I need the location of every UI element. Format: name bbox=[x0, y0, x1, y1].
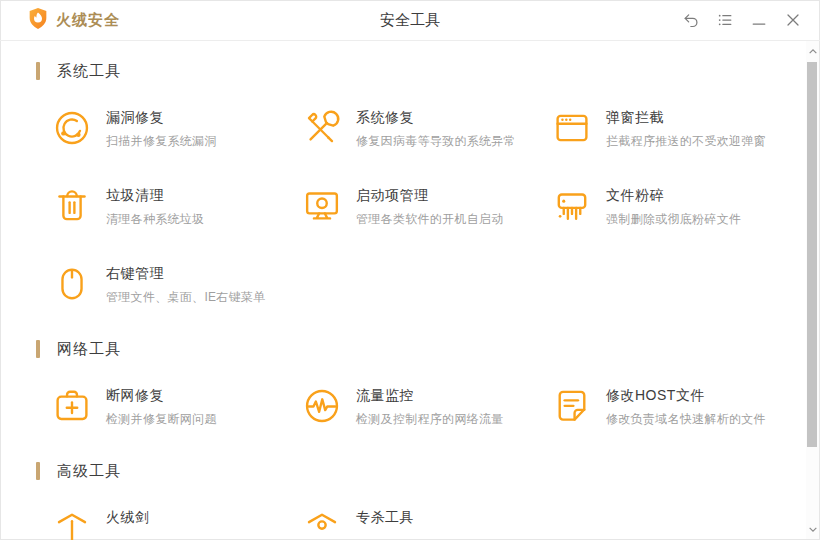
section-header: 系统工具 bbox=[36, 60, 806, 82]
menu-list-icon[interactable] bbox=[708, 6, 742, 34]
tool-item[interactable]: 断网修复 检测并修复断网问题 bbox=[50, 384, 300, 434]
scroll-down-icon[interactable] bbox=[806, 521, 819, 537]
vulnerability-fix-icon bbox=[50, 106, 94, 150]
tool-desc: 修复因病毒等导致的系统异常 bbox=[356, 133, 516, 150]
section-label: 高级工具 bbox=[57, 462, 121, 481]
tool-desc: 清理各种系统垃圾 bbox=[106, 211, 204, 228]
section-label: 系统工具 bbox=[57, 62, 121, 81]
minimize-icon[interactable] bbox=[742, 6, 776, 34]
tool-title: 专杀工具 bbox=[356, 509, 414, 527]
titlebar: 火绒安全 安全工具 bbox=[0, 0, 820, 41]
tool-section: 高级工具 火绒剑 专杀工具 bbox=[36, 460, 806, 540]
huorong-shield-logo-icon bbox=[28, 7, 48, 34]
tool-grid: 漏洞修复 扫描并修复系统漏洞 系统修复 修复因病毒等导致的系统异常 弹窗拦截 拦… bbox=[50, 106, 806, 312]
window-controls bbox=[674, 0, 810, 40]
tool-desc: 拦截程序推送的不受欢迎弹窗 bbox=[606, 133, 766, 150]
tool-item[interactable]: 弹窗拦截 拦截程序推送的不受欢迎弹窗 bbox=[550, 106, 800, 156]
undo-icon[interactable] bbox=[674, 6, 708, 34]
tool-section: 系统工具 漏洞修复 扫描并修复系统漏洞 系统修复 修复因病毒等导致的系统异常 弹… bbox=[36, 60, 806, 312]
tool-item[interactable]: 专杀工具 bbox=[300, 506, 550, 540]
tool-title: 漏洞修复 bbox=[106, 109, 217, 127]
tool-desc: 扫描并修复系统漏洞 bbox=[106, 133, 217, 150]
app-window: 火绒安全 安全工具 bbox=[0, 0, 820, 540]
tools-area: 系统工具 漏洞修复 扫描并修复系统漏洞 系统修复 修复因病毒等导致的系统异常 弹… bbox=[0, 41, 806, 540]
tool-desc: 管理各类软件的开机自启动 bbox=[356, 211, 504, 228]
tool-desc: 强制删除或彻底粉碎文件 bbox=[606, 211, 741, 228]
tool-item[interactable]: 漏洞修复 扫描并修复系统漏洞 bbox=[50, 106, 300, 156]
app-name: 火绒安全 bbox=[56, 11, 120, 30]
section-header: 高级工具 bbox=[36, 460, 806, 482]
tool-title: 断网修复 bbox=[106, 387, 217, 405]
tool-grid: 火绒剑 专杀工具 bbox=[50, 506, 806, 540]
scroll-up-icon[interactable] bbox=[806, 43, 819, 59]
tool-title: 修改HOST文件 bbox=[606, 387, 766, 405]
section-label: 网络工具 bbox=[57, 340, 121, 359]
tool-item[interactable]: 文件粉碎 强制删除或彻底粉碎文件 bbox=[550, 184, 800, 234]
section-accent-bar bbox=[36, 340, 40, 358]
startup-manager-icon bbox=[300, 184, 344, 228]
tool-item[interactable]: 火绒剑 bbox=[50, 506, 300, 540]
tool-title: 右键管理 bbox=[106, 265, 266, 283]
tool-title: 启动项管理 bbox=[356, 187, 504, 205]
tool-item[interactable]: 系统修复 修复因病毒等导致的系统异常 bbox=[300, 106, 550, 156]
tool-title: 弹窗拦截 bbox=[606, 109, 766, 127]
tool-item[interactable]: 右键管理 管理文件、桌面、IE右键菜单 bbox=[50, 262, 300, 312]
popup-blocker-icon bbox=[550, 106, 594, 150]
section-accent-bar bbox=[36, 62, 40, 80]
scrollbar[interactable] bbox=[806, 41, 819, 539]
junk-clean-icon bbox=[50, 184, 94, 228]
tool-item[interactable]: 垃圾清理 清理各种系统垃圾 bbox=[50, 184, 300, 234]
tool-item[interactable]: 启动项管理 管理各类软件的开机自启动 bbox=[300, 184, 550, 234]
tool-title: 流量监控 bbox=[356, 387, 504, 405]
traffic-monitor-icon bbox=[300, 384, 344, 428]
tool-section: 网络工具 断网修复 检测并修复断网问题 流量监控 检测及控制程序的网络流量 修改… bbox=[36, 338, 806, 434]
tool-item[interactable]: 修改HOST文件 修改负责域名快速解析的文件 bbox=[550, 384, 800, 434]
tool-title: 火绒剑 bbox=[106, 509, 150, 527]
huorong-sword-icon bbox=[50, 506, 94, 540]
system-repair-icon bbox=[300, 106, 344, 150]
host-file-icon bbox=[550, 384, 594, 428]
section-header: 网络工具 bbox=[36, 338, 806, 360]
tool-desc: 检测及控制程序的网络流量 bbox=[356, 411, 504, 428]
context-menu-manager-icon bbox=[50, 262, 94, 306]
scrollbar-thumb[interactable] bbox=[807, 62, 817, 447]
tool-desc: 管理文件、桌面、IE右键菜单 bbox=[106, 289, 266, 306]
app-logo: 火绒安全 bbox=[28, 0, 120, 40]
tool-title: 垃圾清理 bbox=[106, 187, 204, 205]
close-icon[interactable] bbox=[776, 6, 810, 34]
section-accent-bar bbox=[36, 462, 40, 480]
tool-item[interactable]: 流量监控 检测及控制程序的网络流量 bbox=[300, 384, 550, 434]
file-shredder-icon bbox=[550, 184, 594, 228]
tool-title: 系统修复 bbox=[356, 109, 516, 127]
network-repair-icon bbox=[50, 384, 94, 428]
special-kill-icon bbox=[300, 506, 344, 540]
tool-grid: 断网修复 检测并修复断网问题 流量监控 检测及控制程序的网络流量 修改HOST文… bbox=[50, 384, 806, 434]
tool-title: 文件粉碎 bbox=[606, 187, 741, 205]
tool-desc: 修改负责域名快速解析的文件 bbox=[606, 411, 766, 428]
tool-desc: 检测并修复断网问题 bbox=[106, 411, 217, 428]
